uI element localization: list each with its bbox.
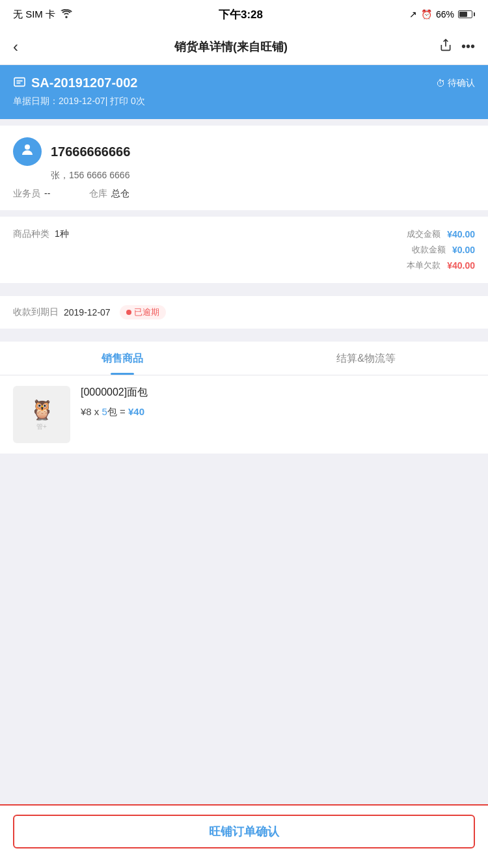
debt-amount-label: 本单欠款 xyxy=(407,260,441,271)
order-status: ⏱ 待确认 xyxy=(436,77,475,89)
nav-bar: ‹ 销货单详情(来自旺铺) ••• xyxy=(0,29,488,65)
bottom-bar: 旺铺订单确认 xyxy=(0,804,488,868)
product-unit-price: ¥8 xyxy=(81,406,92,417)
print-label: | 打印 xyxy=(105,96,129,106)
received-amount-label: 收款金额 xyxy=(412,244,446,256)
due-date-label: 收款到期日 xyxy=(13,306,59,318)
more-button[interactable]: ••• xyxy=(461,39,475,54)
customer-section: 17666666666 张，156 6666 6666 业务员 -- 仓库 总仓 xyxy=(0,126,488,210)
customer-meta: 业务员 -- 仓库 总仓 xyxy=(13,188,475,200)
tab-underline xyxy=(111,373,134,375)
product-thumbnail: 🦉 管+ xyxy=(13,386,70,443)
status-right: ↗ ⏰ 66% xyxy=(409,9,475,20)
sales-rep-item: 业务员 -- xyxy=(13,188,50,200)
transaction-amount-row: 成交金额 ¥40.00 xyxy=(407,228,475,240)
product-section: 🦉 管+ [0000002]面包 ¥8 x 5包 = ¥40 xyxy=(0,375,488,454)
svg-rect-0 xyxy=(14,78,25,87)
overdue-dot-icon xyxy=(126,310,131,315)
print-suffix: 次 xyxy=(136,96,145,106)
order-icon xyxy=(13,75,26,90)
order-date: 单据日期：2019-12-07| 打印 0次 xyxy=(13,96,475,107)
overdue-badge: 已逾期 xyxy=(120,305,166,319)
product-info: [0000002]面包 ¥8 x 5包 = ¥40 xyxy=(81,386,475,418)
product-type-group: 商品种类 1种 xyxy=(13,228,69,240)
status-time: 下午3:28 xyxy=(219,7,263,22)
clock-icon: ⏱ xyxy=(436,78,445,88)
alarm-icon: ⏰ xyxy=(421,9,432,20)
order-date-label: 单据日期： xyxy=(13,96,59,106)
product-multiply: x xyxy=(94,406,100,417)
location-icon: ↗ xyxy=(409,9,417,20)
tabs-section: 销售商品 结算&物流等 xyxy=(0,342,488,375)
summary-section: 商品种类 1种 成交金额 ¥40.00 收款金额 ¥0.00 本单欠款 ¥40.… xyxy=(0,217,488,283)
person-icon xyxy=(20,142,35,161)
transaction-amount-value: ¥40.00 xyxy=(447,229,475,239)
due-date-section: 收款到期日 2019-12-07 已逾期 xyxy=(0,296,488,329)
confirm-order-button[interactable]: 旺铺订单确认 xyxy=(13,815,475,848)
debt-amount-value: ¥40.00 xyxy=(447,260,475,271)
share-button[interactable] xyxy=(439,38,452,55)
tab-settlement[interactable]: 结算&物流等 xyxy=(244,342,488,375)
battery-percent: 66% xyxy=(436,9,454,20)
overdue-text: 已逾期 xyxy=(134,306,159,318)
thumb-brand-text: 管+ xyxy=(36,422,47,431)
tab-sales-goods-label: 销售商品 xyxy=(102,353,143,364)
product-title: 面包 xyxy=(127,387,148,398)
bottom-spacer xyxy=(0,454,488,597)
product-row: 🦉 管+ [0000002]面包 ¥8 x 5包 = ¥40 xyxy=(13,386,475,443)
tab-sales-goods[interactable]: 销售商品 xyxy=(0,342,244,375)
battery-icon xyxy=(458,10,475,18)
sales-rep-label: 业务员 xyxy=(13,188,40,200)
product-unit: 包 xyxy=(107,406,117,417)
warehouse-value: 总仓 xyxy=(111,188,129,200)
tab-settlement-label: 结算&物流等 xyxy=(336,353,396,364)
amounts-group: 成交金额 ¥40.00 收款金额 ¥0.00 本单欠款 ¥40.00 xyxy=(407,228,475,271)
order-header: SA-20191207-002 ⏱ 待确认 单据日期：2019-12-07| 打… xyxy=(0,65,488,119)
warehouse-item: 仓库 总仓 xyxy=(89,188,129,200)
confirm-order-label: 旺铺订单确认 xyxy=(209,824,279,839)
back-button[interactable]: ‹ xyxy=(13,38,39,56)
print-count: 0 xyxy=(131,96,136,106)
received-amount-row: 收款金额 ¥0.00 xyxy=(412,244,475,256)
product-price-row: ¥8 x 5包 = ¥40 xyxy=(81,406,475,418)
product-total: ¥40 xyxy=(128,406,144,417)
tabs-row: 销售商品 结算&物流等 xyxy=(0,342,488,375)
equals-symbol: = xyxy=(120,406,126,417)
section-divider-2 xyxy=(0,283,488,290)
avatar xyxy=(13,137,42,166)
wifi-icon xyxy=(61,9,72,20)
section-divider-1 xyxy=(0,210,488,217)
customer-header-row: 17666666666 xyxy=(13,137,475,166)
product-thumb-logo: 🦉 管+ xyxy=(30,398,54,431)
order-id-section: SA-20191207-002 xyxy=(13,75,137,90)
status-bar: 无 SIM 卡 下午3:28 ↗ ⏰ 66% xyxy=(0,0,488,29)
svg-point-1 xyxy=(25,144,30,150)
received-amount-value: ¥0.00 xyxy=(452,245,475,255)
sales-rep-value: -- xyxy=(44,188,50,200)
carrier-label: 无 SIM 卡 xyxy=(13,8,55,21)
page-title: 销货单详情(来自旺铺) xyxy=(39,39,423,55)
due-date-value: 2019-12-07 xyxy=(64,307,111,318)
status-left: 无 SIM 卡 xyxy=(13,8,72,21)
order-status-text: 待确认 xyxy=(448,77,475,89)
customer-phone: 17666666666 xyxy=(51,144,130,159)
warehouse-label: 仓库 xyxy=(89,188,107,200)
section-divider-3 xyxy=(0,329,488,335)
customer-name: 张，156 6666 6666 xyxy=(51,170,475,182)
transaction-amount-label: 成交金额 xyxy=(407,228,441,240)
product-name: [0000002]面包 xyxy=(81,386,475,400)
order-id-text: SA-20191207-002 xyxy=(31,75,137,90)
product-code: [0000002] xyxy=(81,387,127,398)
product-type-value: 1种 xyxy=(55,228,69,240)
debt-amount-row: 本单欠款 ¥40.00 xyxy=(407,260,475,271)
product-type-label: 商品种类 xyxy=(13,228,49,240)
order-date-value: 2019-12-07 xyxy=(59,96,105,106)
quantity-value: 5 xyxy=(102,406,107,417)
nav-actions: ••• xyxy=(423,38,475,55)
